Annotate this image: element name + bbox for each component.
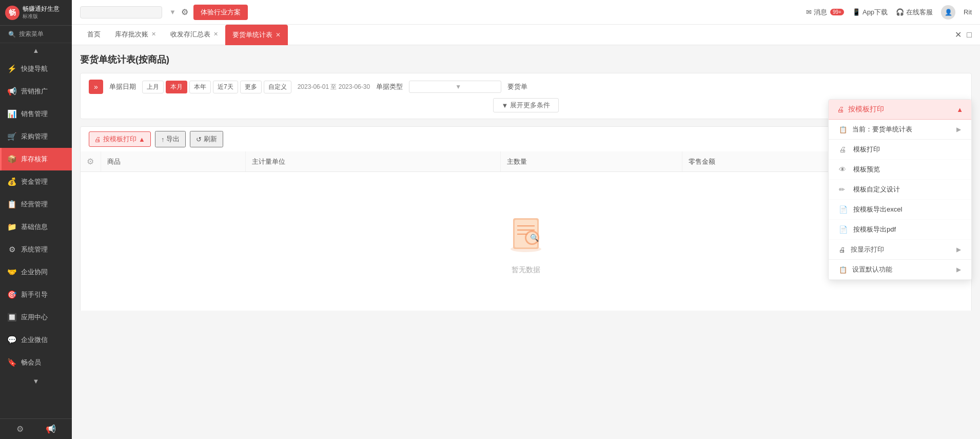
refresh-btn[interactable]: ↺ 刷新: [190, 131, 223, 147]
template-excel-icon: 📄: [839, 205, 848, 214]
dropdown-chevron-icon[interactable]: ▲: [956, 106, 963, 113]
enterprise-icon: 🤝: [7, 267, 17, 277]
footer-speaker-icon[interactable]: 📢: [46, 424, 56, 434]
display-print-chevron: ▶: [956, 246, 961, 253]
date-custom[interactable]: 自定义: [264, 81, 291, 93]
online-service-btn[interactable]: 🎧 在线客服: [896, 8, 933, 17]
doc-type-chevron: ▼: [455, 83, 497, 90]
app-sub-label: 标准版: [23, 13, 60, 20]
dropdown-print-icon: 🖨: [837, 105, 844, 113]
sidebar-nav: ▲ ⚡ 快捷导航 📢 营销推广 📊 销售管理 🛒 采购管理 📦 库存核算 💰 资…: [0, 43, 72, 418]
member-icon: 🔖: [7, 357, 17, 368]
tab-batch-account[interactable]: 库存批次账 ✕: [108, 25, 163, 45]
tab-order-stats-close[interactable]: ✕: [276, 31, 281, 39]
footer-settings-icon[interactable]: ⚙: [16, 424, 24, 434]
default-setting-icon: 📋: [839, 266, 847, 274]
doc-type-select[interactable]: ▼: [409, 81, 501, 93]
date-this-year[interactable]: 本年: [189, 81, 211, 93]
sidebar-item-marketing[interactable]: 📢 营销推广: [0, 80, 72, 103]
sidebar-item-wechat[interactable]: 💬 企业微信: [0, 329, 72, 351]
date-last-month[interactable]: 上月: [142, 81, 164, 93]
topbar-dropdown-icon[interactable]: ▼: [169, 8, 176, 16]
filter-date-btns: 上月 本月 本年 近7天 更多 自定义: [142, 81, 291, 93]
message-icon: ✉: [806, 8, 812, 16]
scroll-down-btn[interactable]: ▼: [0, 374, 72, 388]
app-download-btn[interactable]: 📱 App下载: [852, 8, 888, 17]
template-pdf-icon: 📄: [839, 225, 848, 234]
sidebar-item-inventory[interactable]: 📦 库存核算: [0, 148, 72, 170]
username-label: Rit: [964, 8, 972, 16]
col-settings-icon[interactable]: ⚙: [87, 157, 94, 166]
page-content: 要货单统计表(按商品) » 单据日期 上月 本月 本年 近7天 更多 自定义 2…: [72, 45, 980, 439]
dropdown-item-template-excel[interactable]: 📄 按模板导出excel: [829, 200, 971, 220]
date-this-month[interactable]: 本月: [166, 81, 187, 93]
search-input[interactable]: [86, 9, 156, 16]
main-area: ▼ ⚙ 体验行业方案 ✉ 消息 99+ 📱 App下载 🎧 在线客服 👤 Rit…: [72, 0, 980, 439]
operations-icon: 📋: [7, 199, 17, 209]
expand-more-btn[interactable]: ▼ 展开更多条件: [493, 98, 559, 112]
sidebar-item-member[interactable]: 🔖 畅会员: [0, 351, 72, 374]
dropdown-current-left: 📋 当前：要货单统计表: [839, 125, 912, 134]
tabs-right-controls: ✕ □: [955, 30, 972, 40]
sidebar-item-guide[interactable]: 🎯 新手引导: [0, 283, 72, 306]
dropdown-item-template-pdf[interactable]: 📄 按模板导出pdf: [829, 220, 971, 240]
dropdown-group-default-setting[interactable]: 📋 设置默认功能 ▶: [829, 260, 971, 280]
template-print-icon: 🖨: [839, 145, 848, 154]
sidebar-item-quick-nav[interactable]: ⚡ 快捷导航: [0, 58, 72, 80]
date-filter-label: 单据日期: [109, 82, 136, 91]
tab-batch-account-close[interactable]: ✕: [151, 31, 156, 37]
print-btn[interactable]: 🖨 按模板打印 ▲: [89, 131, 151, 147]
topbar-gear-icon[interactable]: ⚙: [181, 7, 188, 17]
date-more[interactable]: 更多: [240, 81, 262, 93]
topbar-search-box[interactable]: [80, 6, 162, 18]
empty-text: 暂无数据: [512, 265, 540, 275]
date-last-7[interactable]: 近7天: [213, 81, 238, 93]
basic-icon: 📁: [7, 222, 17, 232]
system-icon: ⚙: [7, 244, 17, 255]
export-icon: ↑: [161, 136, 165, 143]
sidebar-item-basic[interactable]: 📁 基础信息: [0, 216, 72, 238]
sidebar-search[interactable]: 🔍 搜索菜单: [0, 26, 72, 43]
dropdown-item-template-print[interactable]: 🖨 模板打印: [829, 140, 971, 160]
tab-home[interactable]: 首页: [80, 25, 108, 45]
scroll-up-btn[interactable]: ▲: [0, 43, 72, 58]
col-settings[interactable]: ⚙: [81, 151, 101, 172]
app-download-icon: 📱: [852, 8, 860, 16]
tab-collection-summary-close[interactable]: ✕: [213, 31, 218, 37]
dropdown-item-template-design[interactable]: ✏ 模板自定义设计: [829, 180, 971, 200]
message-btn[interactable]: ✉ 消息 99+: [806, 8, 844, 17]
dropdown-current-template[interactable]: 📋 当前：要货单统计表 ▶: [829, 120, 971, 140]
sidebar-item-purchase[interactable]: 🛒 采购管理: [0, 125, 72, 148]
search-icon: 🔍: [8, 31, 16, 38]
dropdown-group-display-left: 🖨 按显示打印: [839, 245, 884, 254]
sidebar-item-enterprise[interactable]: 🤝 企业协同: [0, 261, 72, 283]
template-preview-icon: 👁: [839, 165, 848, 174]
sidebar-item-system[interactable]: ⚙ 系统管理: [0, 238, 72, 261]
filter-expand-icon[interactable]: »: [89, 80, 103, 94]
expand-down-icon: ▼: [502, 102, 508, 109]
apps-icon: 🔲: [7, 312, 17, 322]
dropdown-item-template-preview[interactable]: 👁 模板预览: [829, 160, 971, 180]
sidebar-item-operations[interactable]: 📋 经营管理: [0, 193, 72, 216]
current-template-icon: 📋: [839, 126, 847, 133]
tabs-close-icon[interactable]: ✕: [955, 30, 962, 40]
col-unit: 主计量单位: [245, 151, 500, 172]
tab-collection-summary[interactable]: 收发存汇总表 ✕: [163, 25, 225, 45]
sidebar-item-sales[interactable]: 📊 销售管理: [0, 103, 72, 125]
print-icon: 🖨: [94, 136, 101, 143]
tabs-expand-icon[interactable]: □: [967, 30, 972, 40]
dropdown-header[interactable]: 🖨 按模板打印 ▲: [829, 100, 971, 120]
tab-order-stats[interactable]: 要货单统计表 ✕: [225, 25, 288, 45]
print-chevron-up-icon: ▲: [139, 136, 145, 143]
current-chevron-icon: ▶: [956, 126, 961, 133]
sidebar-item-apps[interactable]: 🔲 应用中心: [0, 306, 72, 329]
avatar[interactable]: 👤: [941, 5, 955, 20]
svg-text:🔍: 🔍: [530, 234, 539, 242]
dropdown-group-display-print[interactable]: 🖨 按显示打印 ▶: [829, 240, 971, 260]
col-quantity: 主数量: [501, 151, 682, 172]
export-btn[interactable]: ↑ 导出: [155, 131, 186, 147]
industry-btn[interactable]: 体验行业方案: [193, 5, 248, 20]
sidebar-item-finance[interactable]: 💰 资金管理: [0, 170, 72, 193]
topbar-right: ✉ 消息 99+ 📱 App下载 🎧 在线客服 👤 Rit: [806, 5, 972, 20]
page-title: 要货单统计表(按商品): [80, 53, 972, 66]
